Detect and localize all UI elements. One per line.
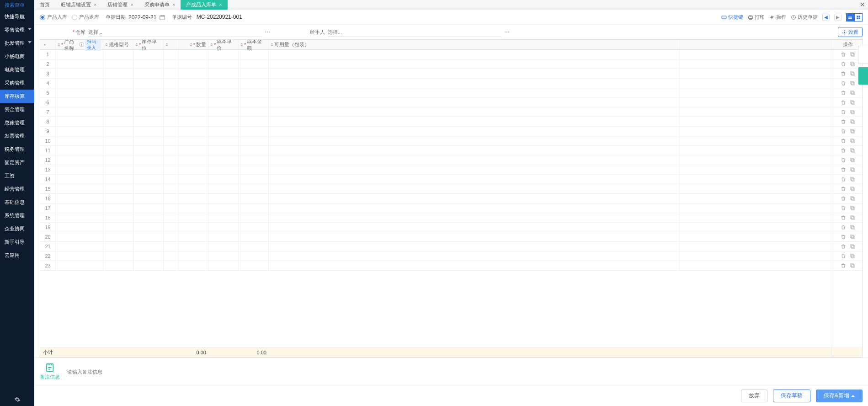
- radio-product-in[interactable]: 产品入库: [40, 14, 67, 21]
- copy-icon[interactable]: [850, 224, 855, 230]
- copy-icon[interactable]: [850, 61, 855, 67]
- sidebar-item-6[interactable]: 库存核算: [0, 90, 34, 103]
- view-card[interactable]: [854, 13, 863, 21]
- right-dock-tab-2[interactable]: [858, 67, 868, 85]
- table-row[interactable]: 14: [40, 175, 833, 184]
- discard-button[interactable]: 放弃: [741, 390, 767, 402]
- copy-icon[interactable]: [850, 263, 855, 268]
- sidebar-item-9[interactable]: 发票管理: [0, 129, 34, 143]
- save-draft-button[interactable]: 保存草稿: [773, 390, 810, 402]
- doc-date-value[interactable]: 2022-09-21: [128, 14, 156, 21]
- col-header-seq[interactable]: [164, 40, 179, 49]
- sidebar-item-11[interactable]: 固定资产: [0, 156, 34, 169]
- col-header-qty[interactable]: *数量: [179, 40, 208, 49]
- radio-product-out[interactable]: 产品退库: [72, 14, 99, 21]
- close-icon[interactable]: ×: [219, 0, 222, 10]
- hotkey-link[interactable]: 快捷键: [721, 14, 743, 21]
- table-row[interactable]: 4: [40, 79, 833, 88]
- copy-icon[interactable]: [850, 157, 855, 163]
- sidebar-item-0[interactable]: 快捷导航: [0, 10, 34, 23]
- sidebar-item-3[interactable]: 小畅电商: [0, 50, 34, 63]
- copy-icon[interactable]: [850, 148, 855, 153]
- gear-icon[interactable]: [42, 42, 48, 48]
- delete-icon[interactable]: [841, 244, 846, 249]
- sidebar-item-15[interactable]: 系统管理: [0, 209, 34, 222]
- close-icon[interactable]: ×: [94, 0, 96, 10]
- delete-icon[interactable]: [841, 234, 846, 240]
- copy-icon[interactable]: [850, 80, 855, 86]
- save-and-new-button[interactable]: 保存&新增: [816, 390, 863, 402]
- delete-icon[interactable]: [841, 205, 846, 211]
- view-list[interactable]: [846, 13, 854, 21]
- table-row[interactable]: 5: [40, 88, 833, 98]
- handler-more[interactable]: ⋯: [504, 29, 510, 35]
- delete-icon[interactable]: [841, 90, 846, 96]
- table-row[interactable]: 10: [40, 136, 833, 146]
- col-header-spec[interactable]: 规格型号: [103, 40, 133, 49]
- tab-1[interactable]: 旺铺店铺设置×: [55, 0, 102, 10]
- sidebar-item-10[interactable]: 税务管理: [0, 143, 34, 156]
- copy-icon[interactable]: [850, 234, 855, 240]
- sidebar-item-17[interactable]: 新手引导: [0, 235, 34, 249]
- delete-icon[interactable]: [841, 167, 846, 172]
- copy-icon[interactable]: [850, 109, 855, 115]
- right-dock-tab-1[interactable]: [858, 46, 868, 64]
- table-row[interactable]: 13: [40, 165, 833, 175]
- tab-2[interactable]: 店铺管理×: [102, 0, 138, 10]
- handler-input[interactable]: [328, 27, 501, 37]
- delete-icon[interactable]: [841, 61, 846, 67]
- operate-button[interactable]: 操作: [769, 14, 786, 21]
- copy-icon[interactable]: [850, 176, 855, 182]
- sidebar-search[interactable]: 搜索菜单: [0, 0, 34, 10]
- col-header-avail[interactable]: 可用量（包装）: [269, 40, 680, 49]
- delete-icon[interactable]: [841, 263, 846, 268]
- table-row[interactable]: 3: [40, 69, 833, 79]
- sidebar-item-16[interactable]: 企业协同: [0, 222, 34, 235]
- sidebar-item-13[interactable]: 经营管理: [0, 182, 34, 196]
- copy-icon[interactable]: [850, 215, 855, 220]
- sidebar-item-2[interactable]: 批发管理: [0, 37, 34, 50]
- copy-icon[interactable]: [850, 167, 855, 172]
- table-row[interactable]: 8: [40, 117, 833, 127]
- delete-icon[interactable]: [841, 196, 846, 201]
- table-row[interactable]: 22: [40, 251, 833, 261]
- copy-icon[interactable]: [850, 128, 855, 134]
- copy-icon[interactable]: [850, 71, 855, 76]
- column-settings-button[interactable]: 设置: [838, 27, 863, 37]
- table-row[interactable]: 2: [40, 59, 833, 69]
- delete-icon[interactable]: [841, 71, 846, 76]
- table-row[interactable]: 15: [40, 184, 833, 194]
- table-row[interactable]: 20: [40, 232, 833, 242]
- table-row[interactable]: 19: [40, 223, 833, 232]
- col-header-product[interactable]: *产品名称ⓘ扫码录入: [56, 40, 103, 49]
- copy-icon[interactable]: [850, 186, 855, 192]
- close-icon[interactable]: ×: [130, 0, 133, 10]
- copy-icon[interactable]: [850, 100, 855, 105]
- delete-icon[interactable]: [841, 224, 846, 230]
- delete-icon[interactable]: [841, 186, 846, 192]
- copy-icon[interactable]: [850, 52, 855, 57]
- copy-icon[interactable]: [850, 205, 855, 211]
- sidebar-item-7[interactable]: 资金管理: [0, 103, 34, 116]
- sidebar-item-4[interactable]: 电商管理: [0, 63, 34, 76]
- sidebar-settings[interactable]: [0, 393, 34, 406]
- table-row[interactable]: 6: [40, 98, 833, 107]
- delete-icon[interactable]: [841, 109, 846, 115]
- print-button[interactable]: 打印: [748, 14, 765, 21]
- delete-icon[interactable]: [841, 80, 846, 86]
- delete-icon[interactable]: [841, 52, 846, 57]
- delete-icon[interactable]: [841, 176, 846, 182]
- copy-icon[interactable]: [850, 138, 855, 144]
- table-row[interactable]: 21: [40, 242, 833, 251]
- sidebar-item-8[interactable]: 总账管理: [0, 116, 34, 129]
- sidebar-item-18[interactable]: 云应用: [0, 249, 34, 262]
- delete-icon[interactable]: [841, 253, 846, 259]
- tab-0[interactable]: 首页: [34, 0, 55, 10]
- warehouse-more[interactable]: ⋯: [265, 29, 270, 35]
- table-row[interactable]: 16: [40, 194, 833, 203]
- history-button[interactable]: 历史单据: [791, 14, 818, 21]
- next-doc[interactable]: ▶: [834, 14, 841, 21]
- tab-4[interactable]: 产成品入库单×: [181, 0, 227, 10]
- close-icon[interactable]: ×: [172, 0, 175, 10]
- table-row[interactable]: 11: [40, 146, 833, 155]
